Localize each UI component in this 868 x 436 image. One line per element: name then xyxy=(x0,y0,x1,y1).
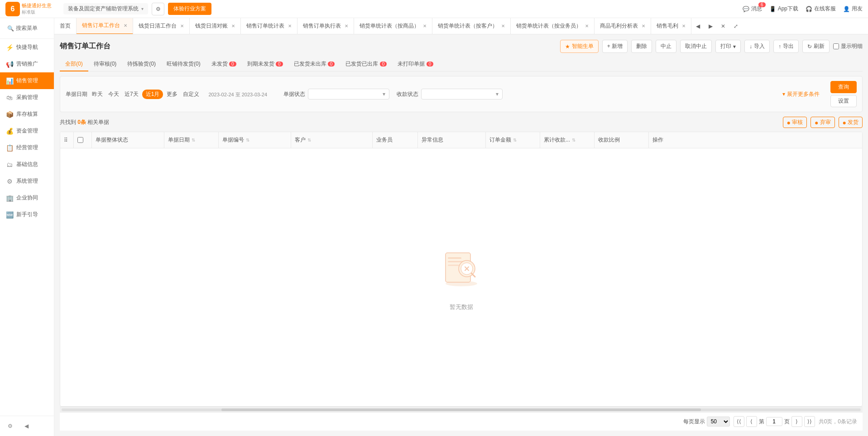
th-amount[interactable]: 订单金额 ⇅ xyxy=(486,132,540,148)
show-detail-checkbox[interactable]: 显示明细 xyxy=(833,43,863,50)
tab-gross-profit[interactable]: 商品毛利分析表 ✕ xyxy=(595,18,651,34)
per-page-select[interactable]: 50 100 200 xyxy=(707,417,730,427)
tab-sales-person[interactable]: 销货单统计表（按业务员） ✕ xyxy=(511,18,595,34)
experience-button[interactable]: 体验行业方案 xyxy=(168,3,211,15)
refresh-button[interactable]: ↻ 刷新 xyxy=(802,40,830,53)
add-button[interactable]: + 新增 xyxy=(602,40,628,53)
search-menu-button[interactable]: 🔍 搜索菜单 xyxy=(4,22,50,35)
sidebar-item-sales[interactable]: 📊 销售管理 xyxy=(0,72,54,89)
tab-sales-stats[interactable]: 销售订单统计表 ✕ xyxy=(241,18,297,34)
collapse-sidebar-btn[interactable]: ◀ xyxy=(20,420,33,432)
filter-tab-not-shipped[interactable]: 未发货 0 xyxy=(206,57,242,71)
tab-cash-reconcile[interactable]: 钱货日清对账 ✕ xyxy=(190,18,241,34)
scrollbar-thumb[interactable] xyxy=(221,408,701,411)
tab-close-icon[interactable]: ✕ xyxy=(124,23,127,28)
tab-sales-exec[interactable]: 销售订单执行表 ✕ xyxy=(297,18,354,34)
filter-tab-overdue-ship[interactable]: 到期未发货 0 xyxy=(242,57,288,71)
tab-close-icon[interactable]: ✕ xyxy=(180,24,184,28)
tab-sales-margin[interactable]: 销售毛利 ✕ xyxy=(651,18,691,34)
online-service-button[interactable]: 🎧 在线客服 xyxy=(806,5,836,13)
sidebar-item-purchase[interactable]: 🛍 采购管理 xyxy=(0,89,54,106)
select-all-checkbox[interactable] xyxy=(77,137,83,143)
tab-next-button[interactable]: ▶ xyxy=(704,18,717,34)
payment-select[interactable]: ▾ xyxy=(421,89,503,100)
settings-icon-btn[interactable]: ⚙ xyxy=(4,420,16,432)
print-button[interactable]: 打印 ▾ xyxy=(715,40,741,53)
ship-action-btn[interactable]: ● 发货 xyxy=(839,117,863,128)
logo-icon: 6 xyxy=(5,2,20,16)
tab-close-icon[interactable]: ✕ xyxy=(642,24,645,28)
th-customer[interactable]: 客户 ⇅ xyxy=(291,132,373,148)
filter-tab-not-printed[interactable]: 未打印单据 0 xyxy=(392,57,439,71)
tab-sales-product[interactable]: 销货单统计表（按商品） ✕ xyxy=(354,18,432,34)
tab-cash-daily[interactable]: 钱货日清工作台 ✕ xyxy=(133,18,190,34)
filter-tab-shipped-not-out[interactable]: 已发货未出库 0 xyxy=(288,57,340,71)
tab-sales-customer[interactable]: 销货单统计表（按客户） ✕ xyxy=(432,18,511,34)
sidebar-item-marketing[interactable]: 📢 营销推广 xyxy=(0,56,54,72)
th-number[interactable]: 单据编号 ⇅ xyxy=(219,132,291,148)
filter-tab-all[interactable]: 全部(0) xyxy=(60,57,88,71)
smart-generate-button[interactable]: ★ 智能生单 xyxy=(560,40,599,53)
next-page-button[interactable]: ⟩ xyxy=(791,416,802,427)
horizontal-scrollbar[interactable] xyxy=(60,407,863,412)
th-date-label: 单据日期 xyxy=(168,136,190,144)
date-custom[interactable]: 自定义 xyxy=(181,90,201,99)
status-select[interactable]: ▾ xyxy=(308,89,389,100)
tab-close-icon[interactable]: ✕ xyxy=(501,24,505,28)
expand-conditions-button[interactable]: ▾ 展开更多条件 xyxy=(782,90,820,98)
tab-sales-workbench[interactable]: 销售订单工作台 ✕ xyxy=(77,18,133,34)
date-7days[interactable]: 近7天 xyxy=(123,90,140,99)
tab-home[interactable]: 首页 xyxy=(54,18,77,34)
tab-close-icon[interactable]: ✕ xyxy=(345,24,348,28)
filter-tab-shipped-out[interactable]: 已发货已出库 0 xyxy=(340,57,392,71)
th-collected[interactable]: 累计收款... ⇅ xyxy=(540,132,595,148)
system-selector[interactable]: 装备及固定资产辅助管理系统 ▾ xyxy=(63,3,148,14)
sidebar-item-system[interactable]: ⚙ 系统管理 xyxy=(0,173,54,190)
sidebar-item-quicknav[interactable]: ⚡ 快捷导航 xyxy=(0,39,54,56)
first-page-button[interactable]: ⟨⟨ xyxy=(734,416,744,427)
user-button[interactable]: 👤 用友 xyxy=(843,5,863,13)
tab-close-icon[interactable]: ✕ xyxy=(288,24,292,28)
filter-tab-shop-pending[interactable]: 旺铺待发货(0) xyxy=(161,57,206,71)
cancel-review-action-btn[interactable]: ● 弃审 xyxy=(810,117,834,128)
tab-close-icon[interactable]: ✕ xyxy=(682,24,686,28)
date-today[interactable]: 今天 xyxy=(106,90,121,99)
tab-close-icon[interactable]: ✕ xyxy=(423,24,427,28)
filter-tab-pending-review[interactable]: 待审核(0) xyxy=(88,57,122,71)
date-1month[interactable]: 近1月 xyxy=(142,90,163,99)
tab-close-icon[interactable]: ✕ xyxy=(585,24,589,28)
message-button[interactable]: 💬 消息 6 xyxy=(743,5,762,13)
sidebar-item-operations[interactable]: 📋 经营管理 xyxy=(0,139,54,156)
import-button[interactable]: ↓ 导入 xyxy=(744,40,770,53)
sidebar-item-inventory[interactable]: 📦 库存核算 xyxy=(0,106,54,123)
review-action-btn[interactable]: ● 审核 xyxy=(783,117,807,128)
sidebar-item-enterprise[interactable]: 🏢 企业协同 xyxy=(0,190,54,206)
export-button[interactable]: ↑ 导出 xyxy=(773,40,799,53)
set-button[interactable]: 设置 xyxy=(830,95,857,107)
prev-page-button[interactable]: ⟨ xyxy=(746,416,757,427)
cancel-stop-button[interactable]: 取消中止 xyxy=(680,40,712,53)
scrollbar-track[interactable] xyxy=(62,408,861,411)
last-page-button[interactable]: ⟩⟩ xyxy=(804,416,815,427)
th-date[interactable]: 单据日期 ⇅ xyxy=(164,132,219,148)
th-checkbox[interactable] xyxy=(74,132,92,148)
settings-button[interactable]: ⚙ xyxy=(152,3,164,15)
tab-prev-button[interactable]: ◀ xyxy=(691,18,704,34)
app-download-button[interactable]: 📱 App下载 xyxy=(769,5,798,13)
stop-button[interactable]: 中止 xyxy=(656,40,676,53)
tab-expand-button[interactable]: ⤢ xyxy=(729,18,742,34)
tab-close-all-button[interactable]: ✕ xyxy=(717,18,729,34)
sidebar-item-guide[interactable]: 🆕 新手引导 xyxy=(0,206,54,223)
date-yesterday[interactable]: 昨天 xyxy=(90,90,105,99)
filter-tab-pending-check[interactable]: 待拣验货(0) xyxy=(122,57,161,71)
query-button[interactable]: 查询 xyxy=(830,81,857,93)
sidebar-item-label-purchase: 采购管理 xyxy=(16,94,38,101)
tab-sales-margin-label: 销售毛利 xyxy=(657,22,678,30)
sidebar-item-finance[interactable]: 💰 资金管理 xyxy=(0,123,54,139)
sidebar-item-basic[interactable]: 🗂 基础信息 xyxy=(0,156,54,173)
show-detail-input[interactable] xyxy=(833,43,839,49)
page-number-input[interactable]: 1 xyxy=(766,417,782,426)
tab-close-icon[interactable]: ✕ xyxy=(231,24,235,28)
delete-button[interactable]: 删除 xyxy=(631,40,652,53)
date-more[interactable]: 更多 xyxy=(165,90,179,99)
